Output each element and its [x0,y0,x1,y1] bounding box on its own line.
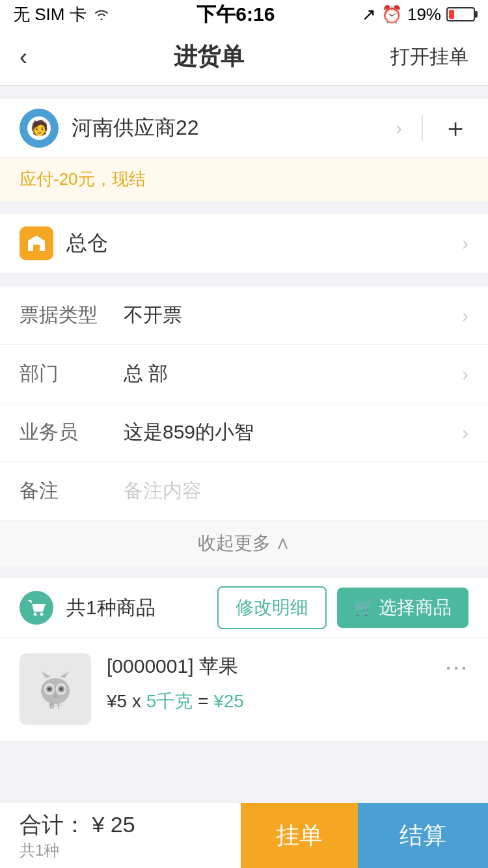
collapse-text: 收起更多 ∧ [198,531,291,556]
products-section: 共1种商品 修改明细 🛒 选择商品 [0,578,488,740]
supplier-avatar: 🧑 [20,109,59,148]
products-header: 共1种商品 修改明细 🛒 选择商品 [0,578,488,637]
sales-label: 业务员 [20,419,111,446]
avatar-face: 🧑 [31,120,48,137]
carrier-text: 无 SIM 卡 [13,3,87,26]
section-gap-4 [0,565,488,578]
status-bar: 无 SIM 卡 下午6:16 ↗ ⏰ 19% [0,0,488,29]
product-title: 苹果 [199,655,238,677]
invoice-row[interactable]: 票据类型 不开票 › [0,286,488,344]
svg-point-2 [40,613,44,616]
status-left: 无 SIM 卡 [13,3,110,26]
alarm-icon: ⏰ [381,5,402,25]
section-gap-1 [0,86,488,99]
product-thumbnail: 鲁十 [20,653,91,725]
invoice-label: 票据类型 [20,302,111,329]
summary-total: 合计： ¥ 25 共1种 [0,810,241,861]
notice-bar: 应付-20元，现结 [0,157,488,201]
bottom-bar: 合计： ¥ 25 共1种 挂单 结算 [0,803,488,868]
product-info: [0000001] 苹果 ¥5 x 5千克 = ¥25 [107,653,445,714]
dept-label: 部门 [20,360,111,387]
avatar-inner: 🧑 [27,116,51,140]
equals-sign: = [198,691,213,711]
form-section: 票据类型 不开票 › 部门 总 部 › 业务员 这是859的小智 › 备注 备注… [0,286,488,520]
warehouse-arrow-icon: › [462,232,468,254]
product-count-icon [20,591,53,625]
svg-point-10 [60,688,63,691]
warehouse-name: 总仓 [66,229,462,258]
svg-rect-0 [33,245,40,251]
nav-bar: ‹ 进货单 打开挂单 [0,29,488,86]
section-gap-2 [0,201,488,214]
checkout-button[interactable]: 结算 [358,803,488,868]
warehouse-icon [20,226,53,260]
warehouse-section: 总仓 › [0,214,488,273]
hang-button[interactable]: 挂单 [241,803,358,868]
invoice-value: 不开票 [111,302,462,329]
remark-label: 备注 [20,478,111,504]
battery-percent: 19% [407,5,441,25]
supplier-row[interactable]: 🧑 河南供应商22 › ＋ [0,99,488,157]
hang-label: 挂单 [276,820,323,852]
product-item: 鲁十 [0000001] 苹果 ¥5 x 5千克 = ¥25 ··· [0,637,488,740]
count-label: 共1种 [20,840,241,861]
price-text: ¥5 [107,691,127,711]
total-value: ¥ 25 [92,812,135,837]
time-display: 下午6:16 [197,1,275,28]
collapse-bar[interactable]: 收起更多 ∧ [0,520,488,565]
product-name: [0000001] 苹果 [107,653,445,680]
total-amount: 合计： ¥ 25 [20,810,241,840]
remark-row[interactable]: 备注 备注内容 [0,461,488,520]
status-right: ↗ ⏰ 19% [362,5,475,25]
dept-arrow-icon: › [462,363,468,385]
page-title: 进货单 [174,41,244,73]
dept-value: 总 部 [111,360,462,387]
warehouse-svg-icon [27,234,46,252]
quantity-text: 5千克 [146,691,193,711]
sales-row[interactable]: 业务员 这是859的小智 › [0,403,488,461]
supplier-arrow-icon: › [396,117,402,139]
supplier-name: 河南供应商22 [72,114,396,142]
cart-icon [26,599,47,617]
battery-icon [446,7,475,21]
add-supplier-button[interactable]: ＋ [442,110,468,146]
back-button[interactable]: ‹ [20,44,27,71]
location-icon: ↗ [362,5,376,25]
product-price-row: ¥5 x 5千克 = ¥25 [107,689,445,714]
notice-text: 应付-20元，现结 [20,169,146,189]
remark-input[interactable]: 备注内容 [111,478,468,504]
svg-point-9 [48,688,51,691]
svg-text:鲁十: 鲁十 [49,702,62,709]
invoice-arrow-icon: › [462,305,468,327]
wifi-icon [93,8,110,21]
open-hang-button[interactable]: 打开挂单 [390,44,468,70]
more-icon: ··· [445,653,468,681]
owl-logo: 鲁十 [33,666,78,712]
select-product-button[interactable]: 🛒 选择商品 [337,588,468,628]
total-text: ¥25 [213,691,244,711]
edit-detail-button[interactable]: 修改明细 [217,586,327,629]
checkout-label: 结算 [400,820,446,852]
select-icon: 🛒 [354,599,373,617]
product-code: [0000001] [107,655,193,677]
section-gap-3 [0,273,488,286]
warehouse-row[interactable]: 总仓 › [0,214,488,273]
svg-point-1 [34,613,37,616]
dept-row[interactable]: 部门 总 部 › [0,344,488,403]
sales-value: 这是859的小智 [111,419,462,446]
supplier-divider [422,115,423,141]
sales-arrow-icon: › [462,422,468,444]
product-more-button[interactable]: ··· [445,653,468,681]
supplier-section: 🧑 河南供应商22 › ＋ 应付-20元，现结 [0,99,488,201]
product-count-text: 共1种商品 [66,595,217,621]
total-label: 合计： [20,812,86,837]
multiply-sign: x [132,691,146,711]
select-btn-label: 选择商品 [379,595,452,620]
